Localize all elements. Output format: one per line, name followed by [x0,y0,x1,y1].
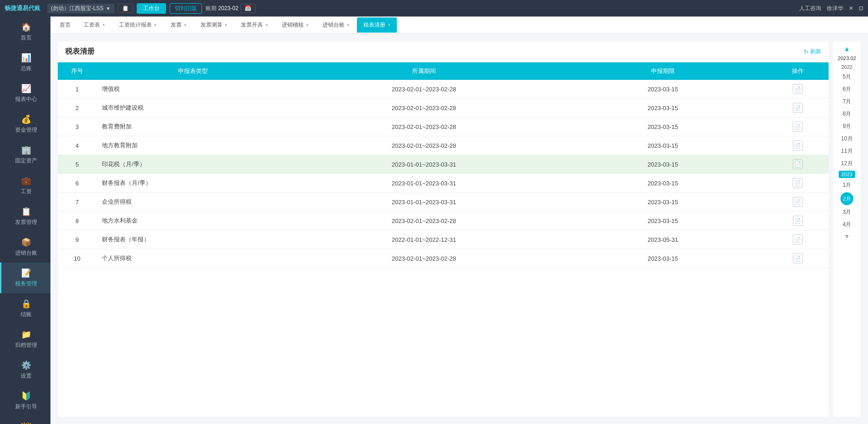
tab-close-salary-stats[interactable]: × [154,22,157,28]
tab-label-invoice-calc: 发票测算 [200,21,223,29]
tab-close-purchase-check[interactable]: × [306,22,309,28]
sidebar-item-tax[interactable]: 📝 税务管理 [0,262,50,293]
cell-action: 📄 [767,99,829,117]
top-bar-right: 人工咨询 徐泽华 ✕ ⊡ [799,5,863,12]
cell-period: 2023-02-01~2023-02-28 [289,80,559,99]
cell-type: 印花税（月/季） [96,155,289,174]
cell-period: 2023-02-01~2023-02-28 [289,99,559,117]
sidebar-icon-salary: 💼 [21,176,31,186]
view-icon[interactable]: 📄 [793,197,803,207]
tab-label-salary-table: 工资表 [83,21,100,29]
sidebar-item-close[interactable]: 🔒 结账 [0,293,50,324]
cell-deadline: 2023-03-15 [559,193,767,212]
cell-deadline: 2023-05-31 [559,230,767,249]
cell-period: 2022-01-01~2022-12-31 [289,230,559,249]
sidebar-item-salary[interactable]: 💼 工资 [0,170,50,201]
view-icon[interactable]: 📄 [793,216,803,226]
month-item-2022-10月[interactable]: 10月 [833,133,861,145]
view-icon[interactable]: 📄 [793,84,803,94]
month-item-2023-3月[interactable]: 3月 [833,206,861,218]
refresh-label: 刷新 [810,48,821,56]
tab-home[interactable]: 首页 [54,17,76,33]
view-icon[interactable]: 📄 [793,122,803,132]
ai-consult-btn[interactable]: 人工咨询 [799,5,821,12]
month-item-2022-8月[interactable]: 8月 [833,108,861,120]
month-item-2022-5月[interactable]: 5月 [833,71,861,83]
year-item-2022[interactable]: 2022 [840,63,854,71]
view-icon[interactable]: 📄 [793,103,803,113]
main-panel: 税表清册 ↻ 刷新 序号申报表类型所属期间申报期限操作 1 增值税 2023-0… [58,41,829,417]
username[interactable]: 徐泽华 [827,5,843,12]
company-selector[interactable]: (勿动）江西股宝-LSS ▼ [47,4,114,13]
maximize-icon[interactable]: ⊡ [859,5,863,11]
workspace-btn[interactable]: 工作台 [137,3,166,14]
sidebar-item-ledger[interactable]: 📊 总账 [0,47,50,78]
right-panel: ▲2023.0220225月6月7月8月9月10月11月12月20231月2月3… [833,41,861,417]
year-item-2023[interactable]: 2023 [839,171,855,178]
tab-bar: 首页工资表×工资统计报表×发票×发票测算×发票开具×进销稽核×进销台账×税表清册… [50,17,868,34]
view-icon[interactable]: 📄 [793,178,803,188]
tab-close-purchase-ledger[interactable]: × [347,22,350,28]
cell-type: 教育费附加 [96,117,289,136]
sidebar-item-member[interactable]: 👑 畅会员 [0,416,50,424]
table-row: 3 教育费附加 2023-02-01~2023-02-28 2023-03-15… [58,117,829,136]
month-item-2023-2月[interactable]: 2月 [840,192,853,205]
sidebar-item-purchase[interactable]: 📦 进销台账 [0,232,50,262]
nav-down-btn[interactable]: ▼ [841,231,852,242]
tab-close-salary-table[interactable]: × [102,22,105,28]
month-item-2023-4月[interactable]: 4月 [833,218,861,231]
col-header-action: 操作 [767,62,829,80]
sidebar-icon-settings: ⚙️ [21,360,31,370]
view-icon[interactable]: 📄 [793,234,803,245]
nav-up-btn[interactable]: ▲ [841,43,852,54]
copy-btn[interactable]: 📋 [118,4,133,13]
sidebar-label-guide: 新手引导 [15,403,37,411]
cell-period: 2023-02-01~2023-02-28 [289,249,559,268]
sidebar-icon-tax: 📝 [21,268,31,278]
sidebar-item-archive[interactable]: 📁 归档管理 [0,324,50,355]
sidebar-item-invoice[interactable]: 📋 发票管理 [0,201,50,232]
sidebar-item-settings[interactable]: ⚙️ 设置 [0,355,50,385]
refresh-btn[interactable]: ↻ 刷新 [804,48,821,56]
col-header-type: 申报表类型 [96,62,289,80]
sidebar-label-close: 结账 [21,311,32,318]
sidebar-icon-close: 🔒 [21,299,31,309]
tab-salary-stats[interactable]: 工资统计报表× [112,17,163,33]
calendar-icon[interactable]: 📅 [240,4,256,13]
tab-close-tax-list[interactable]: × [388,22,390,28]
month-item-2022-9月[interactable]: 9月 [833,120,861,133]
sidebar-item-fixed[interactable]: 🏢 固定资产 [0,139,50,170]
sidebar-label-purchase: 进销台账 [15,249,37,257]
sidebar-item-guide[interactable]: 🔰 新手引导 [0,385,50,416]
switch-btn[interactable]: 切到旧版 [170,3,202,14]
cell-deadline: 2023-03-15 [559,136,767,155]
view-icon[interactable]: 📄 [793,159,803,169]
tab-invoice[interactable]: 发票× [164,17,193,33]
sidebar-icon-guide: 🔰 [21,391,31,401]
sidebar-item-reports[interactable]: 📈 报表中心 [0,78,50,109]
tab-close-invoice-open[interactable]: × [265,22,268,28]
close-icon[interactable]: ✕ [849,5,853,11]
month-item-2022-11月[interactable]: 11月 [833,145,861,157]
month-item-2023-1月[interactable]: 1月 [833,179,861,191]
sidebar-item-funds[interactable]: 💰 资金管理 [0,109,50,139]
table-row: 7 企业所得税 2023-01-01~2023-03-31 2023-03-15… [58,193,829,212]
tab-invoice-open[interactable]: 发票开具× [234,17,274,33]
sidebar-item-home[interactable]: 🏠 首页 [0,17,50,47]
tab-purchase-ledger[interactable]: 进销台账× [316,17,356,33]
sidebar-label-home: 首页 [21,34,32,42]
view-icon[interactable]: 📄 [793,253,803,263]
month-item-2022-7月[interactable]: 7月 [833,95,861,108]
cell-deadline: 2023-03-15 [559,99,767,117]
month-item-2022-12月[interactable]: 12月 [833,157,861,170]
tab-salary-table[interactable]: 工资表× [77,17,111,33]
tab-tax-list[interactable]: 税表清册× [357,17,397,33]
month-item-2022-6月[interactable]: 6月 [833,83,861,95]
tab-close-invoice[interactable]: × [184,22,187,28]
tab-invoice-calc[interactable]: 发票测算× [194,17,234,33]
tab-purchase-check[interactable]: 进销稽核× [275,17,315,33]
tab-close-invoice-calc[interactable]: × [225,22,228,28]
col-header-seq: 序号 [58,62,96,80]
period-label: 账期 [206,5,217,12]
view-icon[interactable]: 📄 [793,140,803,151]
